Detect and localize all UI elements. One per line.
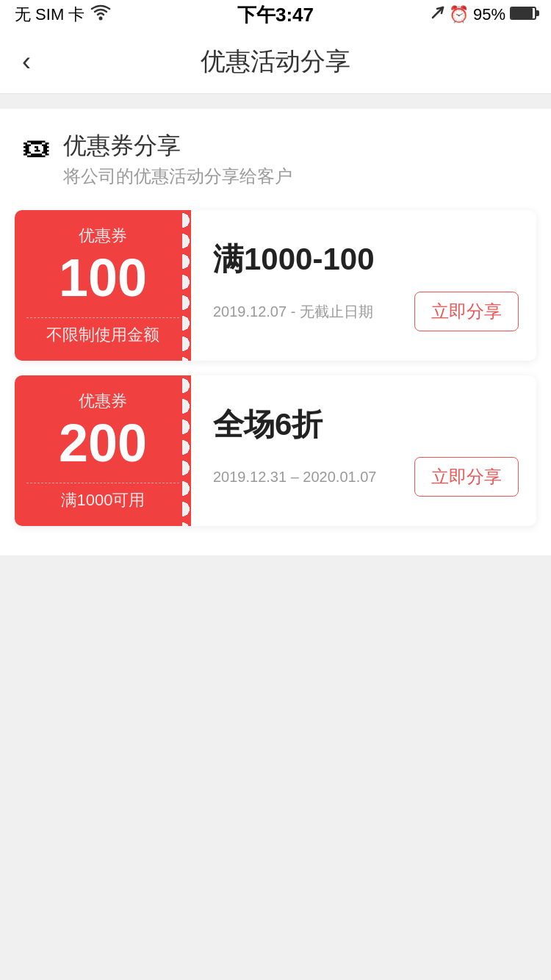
back-button[interactable]: ‹ bbox=[22, 46, 31, 77]
status-right: ⏰ 95% bbox=[431, 4, 536, 25]
section-subtitle: 将公司的优惠活动分享给客户 bbox=[63, 165, 292, 188]
coupon-amount-2: 200 bbox=[59, 417, 147, 469]
svg-point-0 bbox=[99, 17, 103, 21]
nav-bar: ‹ 优惠活动分享 bbox=[0, 29, 551, 94]
share-button-1[interactable]: 立即分享 bbox=[414, 292, 519, 331]
coupon-list: 优惠券 100 不限制使用金额 满1000-100 2019.12.07 - 无… bbox=[0, 203, 551, 555]
status-time: 下午3:47 bbox=[237, 2, 314, 28]
coupon-label-2: 优惠券 bbox=[79, 390, 127, 412]
alarm-icon: ⏰ bbox=[449, 5, 469, 24]
section-text: 优惠券分享 将公司的优惠活动分享给客户 bbox=[63, 131, 292, 188]
status-bar: 无 SIM 卡 下午3:47 ⏰ 95% bbox=[0, 0, 551, 29]
coupon-name-1: 满1000-100 bbox=[213, 239, 519, 280]
section-gap-top bbox=[0, 94, 551, 109]
coupon-date-1: 2019.12.07 - 无截止日期 bbox=[213, 302, 407, 322]
coupon-item-2: 优惠券 200 满1000可用 全场6折 2019.12.31 – 2020.0… bbox=[15, 375, 536, 526]
coupon-right-1: 满1000-100 2019.12.07 - 无截止日期 立即分享 bbox=[191, 210, 536, 361]
coupon-left-1: 优惠券 100 不限制使用金额 bbox=[15, 210, 191, 361]
coupon-left-2: 优惠券 200 满1000可用 bbox=[15, 375, 191, 526]
carrier-text: 无 SIM 卡 bbox=[15, 4, 84, 26]
coupon-meta-2: 2019.12.31 – 2020.01.07 立即分享 bbox=[213, 457, 519, 497]
bottom-fill bbox=[0, 555, 551, 923]
coupon-condition-2: 满1000可用 bbox=[61, 489, 145, 511]
coupon-name-2: 全场6折 bbox=[213, 404, 519, 445]
coupon-right-2: 全场6折 2019.12.31 – 2020.01.07 立即分享 bbox=[191, 375, 536, 526]
location-icon bbox=[431, 4, 444, 25]
coupon-divider-2 bbox=[26, 483, 179, 483]
battery-icon bbox=[510, 5, 536, 24]
wifi-icon bbox=[90, 4, 111, 25]
status-left: 无 SIM 卡 bbox=[15, 4, 111, 26]
coupon-amount-1: 100 bbox=[59, 251, 147, 304]
coupon-meta-1: 2019.12.07 - 无截止日期 立即分享 bbox=[213, 292, 519, 331]
section-icon: 🎟 bbox=[22, 132, 51, 162]
coupon-date-2: 2019.12.31 – 2020.01.07 bbox=[213, 469, 407, 486]
share-button-2[interactable]: 立即分享 bbox=[414, 457, 519, 497]
battery-percent: 95% bbox=[473, 5, 505, 24]
coupon-label-1: 优惠券 bbox=[79, 225, 127, 247]
section-title: 优惠券分享 bbox=[63, 131, 292, 162]
nav-title: 优惠活动分享 bbox=[201, 45, 350, 79]
coupon-divider-1 bbox=[26, 317, 179, 318]
coupon-condition-1: 不限制使用金额 bbox=[46, 324, 159, 346]
coupon-item-1: 优惠券 100 不限制使用金额 满1000-100 2019.12.07 - 无… bbox=[15, 210, 536, 361]
section-header: 🎟 优惠券分享 将公司的优惠活动分享给客户 bbox=[0, 109, 551, 203]
